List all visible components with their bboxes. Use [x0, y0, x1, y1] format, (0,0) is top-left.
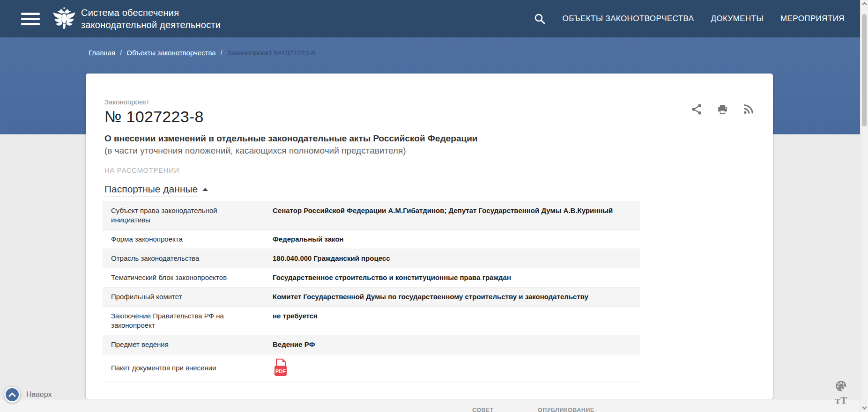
card-actions — [691, 103, 754, 115]
table-row: Пакет документов при внесении PDF — [103, 354, 640, 382]
pdf-icon[interactable]: PDF — [273, 358, 289, 378]
share-icon[interactable] — [691, 103, 703, 115]
scroll-down-button[interactable] — [861, 404, 868, 412]
text-size-icon[interactable]: тТ — [835, 395, 847, 406]
breadcrumb-home[interactable]: Главная — [89, 49, 115, 57]
table-row: Субъект права законодательной инициативы… — [103, 201, 640, 230]
chevron-up-icon — [202, 188, 208, 191]
svg-text:PDF: PDF — [275, 368, 286, 374]
bill-type-label: Законопроект — [104, 98, 754, 106]
nav-item-events[interactable]: МЕРОПРИЯТИЯ — [780, 14, 845, 23]
breadcrumb-current: Законопроект №1027223-8 — [227, 49, 315, 57]
scrollbar-thumb[interactable] — [862, 14, 867, 126]
table-row: Заключение Правительства РФ на законопро… — [103, 307, 640, 335]
rss-icon[interactable] — [742, 103, 754, 115]
footer-column-council: СОВЕТ — [472, 407, 494, 412]
chevron-up-icon — [8, 392, 16, 397]
bill-title: О внесении изменений в отдельные законод… — [104, 133, 754, 144]
scrollbar[interactable] — [860, 0, 868, 412]
bill-number: № 1027223-8 — [104, 108, 754, 126]
coat-of-arms-logo — [52, 6, 76, 32]
breadcrumb-objects[interactable]: Объекты законотворчества — [126, 49, 215, 57]
table-row: Предмет ведения Ведение РФ — [103, 335, 640, 354]
back-to-top-label: Наверх — [26, 390, 52, 399]
back-to-top-button[interactable]: Наверх — [4, 387, 52, 403]
breadcrumb: Главная/Объекты законотворчества/Законоп… — [89, 49, 315, 57]
passport-section-title: Паспортные данные — [104, 184, 198, 197]
table-row: Тематический блок законопроектов Государ… — [103, 268, 640, 287]
nav-item-documents[interactable]: ДОКУМЕНТЫ — [711, 14, 764, 23]
app-title: Система обеспечения законодательной деят… — [81, 7, 221, 31]
table-row: Отрасль законодательства 180.040.000 Гра… — [103, 249, 640, 268]
footer-column-publication: ОПУБЛИКОВАНИЕ — [538, 407, 594, 412]
page-footer: СОВЕТ ОПУБЛИКОВАНИЕ — [0, 399, 868, 412]
passport-table: Субъект права законодательной инициативы… — [103, 201, 640, 382]
app-header: Система обеспечения законодательной деят… — [0, 0, 868, 37]
passport-section-toggle[interactable]: Паспортные данные — [104, 184, 208, 197]
print-icon[interactable] — [717, 103, 728, 115]
scroll-up-button[interactable] — [861, 0, 868, 8]
status-badge: НА РАССМОТРЕНИИ — [104, 166, 754, 174]
nav-item-objects[interactable]: ОБЪЕКТЫ ЗАКОНОТВОРЧЕСТВА — [563, 14, 694, 23]
hamburger-menu-icon[interactable] — [21, 13, 40, 25]
palette-icon[interactable] — [835, 380, 847, 392]
bill-subtitle: (в части уточнения положений, касающихся… — [104, 146, 754, 156]
bill-card: Законопроект № 1027223-8 О внесении изме… — [86, 74, 773, 399]
table-row: Форма законопроекта Федеральный закон — [103, 230, 640, 249]
table-row: Профильный комитет Комитет Государственн… — [103, 287, 640, 307]
search-icon[interactable] — [534, 13, 546, 25]
